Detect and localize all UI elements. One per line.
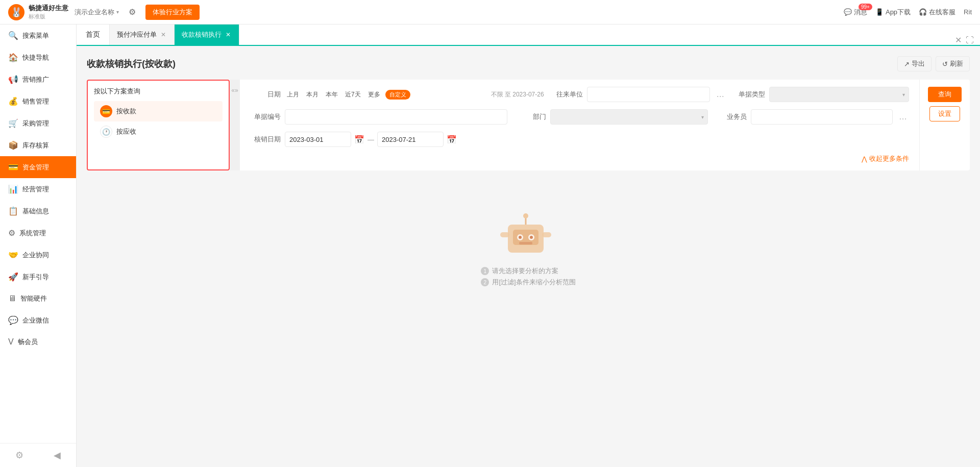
verify-date-to-input[interactable] bbox=[377, 132, 444, 147]
sidebar-settings-button[interactable]: ⚙ bbox=[15, 450, 23, 461]
chevron-down-icon: ▾ bbox=[116, 9, 119, 15]
receivable-option-label: 按应收 bbox=[116, 127, 136, 136]
doc-type-label: 单据类型 bbox=[734, 90, 765, 99]
tab-bar: 首页 预付冲应付单 ✕ 收款核销执行 ✕ ✕ ⛶ bbox=[77, 24, 980, 46]
service-label: 在线客服 bbox=[929, 8, 955, 17]
salesperson-input[interactable] bbox=[751, 109, 893, 125]
svg-rect-9 bbox=[542, 232, 551, 237]
filter-option-by-receipt[interactable]: 💳 按收款 bbox=[94, 101, 223, 121]
online-service[interactable]: 🎧 在线客服 bbox=[919, 8, 955, 17]
sidebar-item-label: 新手引导 bbox=[22, 273, 49, 282]
app-label: App下载 bbox=[886, 8, 911, 17]
verify-date-to-calendar-icon[interactable]: 📅 bbox=[447, 135, 457, 144]
sidebar-item-label: 企业协同 bbox=[22, 251, 49, 260]
sidebar-item-system[interactable]: ⚙ 系统管理 bbox=[0, 222, 76, 244]
chevron-up-icon: ⋀ bbox=[862, 155, 867, 163]
sidebar-collapse-button[interactable]: ◀ bbox=[54, 450, 61, 461]
query-button[interactable]: 查询 bbox=[928, 87, 962, 102]
salesperson-ellipsis-button[interactable]: … bbox=[897, 112, 909, 121]
date-range-display: 不限 至 2023-07-26 bbox=[491, 90, 544, 99]
empty-icon-area bbox=[498, 209, 559, 260]
filter-scheme-panel: 按以下方案查询 💳 按收款 🕐 按应收 bbox=[87, 80, 230, 170]
sidebar-item-guide[interactable]: 🚀 新手引导 bbox=[0, 266, 76, 288]
sidebar-item-wechat[interactable]: 💬 企业微信 bbox=[0, 309, 76, 331]
settings-icon[interactable]: ⚙ bbox=[125, 5, 139, 19]
sidebar-item-hardware[interactable]: 🖥 智能硬件 bbox=[0, 288, 76, 309]
message-area[interactable]: 💬 消息 99+ bbox=[844, 8, 867, 17]
box-icon: 📦 bbox=[8, 140, 18, 150]
scheme-panel-collapse-button[interactable]: «» bbox=[230, 80, 240, 170]
tab-home[interactable]: 首页 bbox=[77, 24, 110, 45]
sidebar-item-base[interactable]: 📋 基础信息 bbox=[0, 200, 76, 222]
receipt-option-icon: 💳 bbox=[100, 105, 112, 117]
sidebar-item-sales[interactable]: 💰 销售管理 bbox=[0, 90, 76, 112]
app-icon: 📱 bbox=[875, 8, 884, 16]
this-year-btn[interactable]: 本年 bbox=[324, 89, 340, 100]
app-download[interactable]: 📱 App下载 bbox=[875, 8, 911, 17]
dept-label: 部门 bbox=[516, 112, 546, 121]
clipboard-icon: 📋 bbox=[8, 206, 18, 216]
last-month-btn[interactable]: 上月 bbox=[285, 89, 301, 100]
filter-option-by-receivable[interactable]: 🕐 按应收 bbox=[94, 121, 223, 142]
logo-text-area: 畅捷通好生意 标准版 bbox=[29, 4, 68, 20]
empty-hint-2: 2 用[过滤]条件来缩小分析范围 bbox=[481, 278, 575, 287]
doc-type-select[interactable] bbox=[769, 87, 909, 102]
wechat-icon: 💬 bbox=[8, 315, 18, 325]
filter-row-1: 日期 上月 本月 本年 近7天 更多 自定义 不限 bbox=[250, 87, 909, 102]
tab-prepay-label: 预付冲应付单 bbox=[117, 30, 157, 39]
date-quick-buttons: 上月 本月 本年 近7天 更多 自定义 bbox=[285, 89, 410, 100]
company-selector[interactable]: 演示企业名称 ▾ bbox=[75, 8, 119, 17]
svg-point-5 bbox=[530, 236, 533, 239]
sidebar-item-label: 经营管理 bbox=[22, 185, 49, 194]
sidebar-item-label: 企业微信 bbox=[22, 316, 49, 325]
last-7days-btn[interactable]: 近7天 bbox=[343, 89, 363, 100]
tab-collect-close-icon[interactable]: ✕ bbox=[225, 31, 232, 38]
filter-counterparty-field: 往来单位 … bbox=[552, 87, 727, 102]
tab-prepay[interactable]: 预付冲应付单 ✕ bbox=[110, 24, 175, 45]
counterparty-input[interactable] bbox=[587, 87, 710, 102]
filter-verify-date-field: 核销日期 📅 — 📅 bbox=[250, 132, 507, 147]
sidebar-item-member[interactable]: V 畅会员 bbox=[0, 331, 76, 353]
refresh-button[interactable]: ↺ 刷新 bbox=[936, 56, 970, 71]
more-date-btn[interactable]: 更多 bbox=[366, 89, 382, 100]
verify-date-from-input[interactable] bbox=[285, 132, 351, 147]
tab-maximize-button[interactable]: ⛶ bbox=[966, 36, 974, 45]
industry-button[interactable]: 体验行业方案 bbox=[145, 5, 200, 20]
empty-hint-1: 1 请先选择要分析的方案 bbox=[481, 266, 575, 276]
tab-actions: ✕ ⛶ bbox=[955, 35, 980, 45]
sidebar-item-inventory[interactable]: 📦 库存核算 bbox=[0, 134, 76, 156]
svg-rect-8 bbox=[500, 232, 509, 237]
counterparty-label: 往来单位 bbox=[552, 90, 583, 99]
empty-num-2: 2 bbox=[481, 278, 489, 286]
sidebar-item-purchase[interactable]: 🛒 采购管理 bbox=[0, 112, 76, 134]
doc-no-input[interactable] bbox=[285, 109, 507, 125]
sidebar-item-finance[interactable]: 💳 资金管理 bbox=[0, 156, 76, 178]
service-icon: 🎧 bbox=[919, 8, 927, 16]
vip-icon: V bbox=[8, 337, 14, 347]
tab-close-button[interactable]: ✕ bbox=[955, 35, 962, 45]
dept-select[interactable] bbox=[550, 109, 708, 125]
settings-button[interactable]: 设置 bbox=[929, 106, 960, 121]
sidebar-item-cooperation[interactable]: 🤝 企业协同 bbox=[0, 244, 76, 266]
sidebar-item-operations[interactable]: 📊 经营管理 bbox=[0, 178, 76, 200]
doc-no-label: 单据编号 bbox=[250, 112, 281, 121]
empty-state: 1 请先选择要分析的方案 2 用[过滤]条件来缩小分析范围 bbox=[87, 179, 970, 309]
export-button[interactable]: ↗ 导出 bbox=[897, 56, 932, 71]
user-name[interactable]: Rit bbox=[964, 8, 972, 16]
filter-row-3: 核销日期 📅 — 📅 bbox=[250, 132, 909, 147]
date-separator: — bbox=[368, 136, 374, 143]
tab-collect-label: 收款核销执行 bbox=[182, 30, 222, 39]
brand-name: 畅捷通好生意 bbox=[29, 4, 68, 13]
sidebar-item-search[interactable]: 🔍 搜索菜单 bbox=[0, 24, 76, 46]
sidebar-item-shortcuts[interactable]: 🏠 快捷导航 bbox=[0, 46, 76, 68]
tab-prepay-close-icon[interactable]: ✕ bbox=[160, 31, 167, 38]
finance-icon: 💳 bbox=[8, 162, 18, 172]
sidebar-item-marketing[interactable]: 📢 营销推广 bbox=[0, 68, 76, 90]
filter-row-2: 单据编号 部门 ▾ bbox=[250, 109, 909, 125]
this-month-btn[interactable]: 本月 bbox=[304, 89, 321, 100]
counterparty-ellipsis-button[interactable]: … bbox=[714, 90, 726, 99]
custom-date-btn[interactable]: 自定义 bbox=[385, 90, 410, 100]
tab-collect[interactable]: 收款核销执行 ✕ bbox=[175, 24, 239, 45]
collapse-more-button[interactable]: ⋀ 收起更多条件 bbox=[862, 154, 909, 163]
verify-date-from-calendar-icon[interactable]: 📅 bbox=[354, 135, 364, 144]
